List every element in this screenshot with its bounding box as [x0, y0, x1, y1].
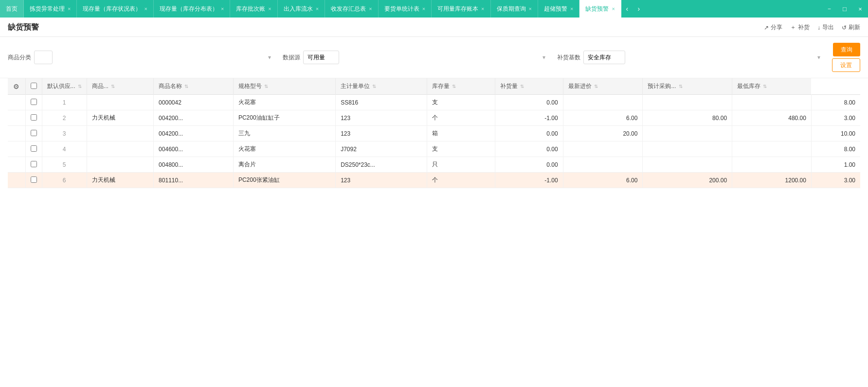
window-maximize-btn[interactable]: □	[837, 5, 852, 13]
table-row[interactable]: 3 004200... 三九 123 箱 0.00 20.00 10.00	[8, 126, 860, 141]
row-stock-6: -1.00	[495, 173, 563, 188]
datasource-select[interactable]: 可用量 库存量	[303, 51, 339, 64]
select-all-checkbox[interactable]	[31, 83, 37, 89]
row-settings-cell	[8, 126, 25, 141]
refresh-button[interactable]: ↺ 刷新	[842, 23, 860, 32]
replenish-button[interactable]: ＋ 补货	[790, 23, 810, 32]
export-button[interactable]: ↓ 导出	[817, 23, 834, 32]
tab-shortage[interactable]: 缺货预警 ×	[579, 0, 621, 18]
row-latest-price-3	[643, 126, 732, 141]
col-header-replenish: 补货量 ⇅	[495, 78, 563, 95]
sort-spec-icon[interactable]: ⇅	[264, 84, 268, 89]
tab-available[interactable]: 可用量库存账本 ×	[432, 0, 490, 18]
tab-inout[interactable]: 出入库流水 ×	[278, 0, 325, 18]
window-close-btn[interactable]: ×	[852, 5, 868, 13]
tab-next-btn[interactable]: ›	[633, 0, 645, 18]
table-row[interactable]: 6 力天机械 801110... PC200张紧油缸 123 个 -1.00 6…	[8, 173, 860, 188]
row-estimated-4	[732, 141, 812, 157]
row-stock-2: -1.00	[495, 110, 563, 126]
sort-unit-icon[interactable]: ⇅	[372, 84, 376, 89]
row-num-6: 6	[42, 173, 87, 188]
row-supplier-4	[87, 141, 153, 157]
sort-goods-name-icon[interactable]: ⇅	[184, 84, 188, 89]
refresh-icon: ↺	[842, 24, 847, 31]
tab-stock-dist[interactable]: 现存量（库存分布表） ×	[154, 0, 230, 18]
col-header-estimated: 预计采购... ⇅	[643, 78, 732, 95]
sort-replenish-icon[interactable]: ⇅	[520, 84, 524, 89]
tab-close-abnormal[interactable]: ×	[68, 6, 71, 12]
tab-abnormal[interactable]: 拣货异常处理 ×	[24, 0, 77, 18]
tab-close-batch[interactable]: ×	[268, 6, 271, 12]
table-row[interactable]: 4 004600... 火花塞 J7092 支 0.00 8.00	[8, 141, 860, 157]
row-check-cell	[25, 126, 42, 141]
row-min-stock-1: 8.00	[811, 95, 860, 110]
row-goods-name-1: 火花塞	[233, 95, 335, 110]
col-header-unit: 主计量单位 ⇅	[336, 78, 427, 95]
row-spec-6: 123	[336, 173, 427, 188]
row-goods-name-6: PC200张紧油缸	[233, 173, 335, 188]
tab-close-overstock[interactable]: ×	[570, 6, 573, 12]
row-min-stock-3: 10.00	[811, 126, 860, 141]
tab-prev-btn[interactable]: ‹	[621, 0, 633, 18]
tab-bar: 首页 拣货异常处理 × 现存量（库存状况表） × 现存量（库存分布表） × 库存…	[0, 0, 868, 18]
tab-expire[interactable]: 保质期查询 ×	[491, 0, 538, 18]
col-header-spec: 规格型号 ⇅	[233, 78, 335, 95]
tab-overstock[interactable]: 超储预警 ×	[538, 0, 579, 18]
tab-close-stock-status[interactable]: ×	[144, 6, 147, 12]
window-minimize-btn[interactable]: －	[821, 4, 837, 13]
table-row[interactable]: 2 力天机械 004200... PC200油缸缸子 123 个 -1.00 6…	[8, 110, 860, 126]
col-header-latest-price: 最新进价 ⇅	[563, 78, 643, 95]
tab-batch[interactable]: 库存批次账 ×	[230, 0, 277, 18]
row-checkbox-4[interactable]	[31, 145, 37, 152]
export-icon: ↓	[817, 24, 820, 31]
table-wrap: ⚙ 默认供应... ⇅ 商品... ⇅ 商品名称 ⇅	[0, 78, 868, 188]
row-unit-4: 支	[427, 141, 495, 157]
page-content: 缺货预警 ↗ 分享 ＋ 补货 ↓ 导出 ↺ 刷新 商品分类	[0, 18, 868, 387]
tab-close-expire[interactable]: ×	[529, 6, 532, 12]
row-unit-1: 支	[427, 95, 495, 110]
tab-close-stock-dist[interactable]: ×	[221, 6, 224, 12]
share-button[interactable]: ↗ 分享	[764, 23, 782, 32]
tab-close-inout[interactable]: ×	[316, 6, 319, 12]
tab-close-shortage[interactable]: ×	[612, 6, 615, 12]
row-latest-price-4	[643, 141, 732, 157]
sort-min-stock-icon[interactable]: ⇅	[763, 84, 767, 89]
row-min-stock-4: 8.00	[811, 141, 860, 157]
tab-collection[interactable]: 收发存汇总表 ×	[325, 0, 378, 18]
row-settings-cell	[8, 95, 25, 110]
col-header-goods-name: 商品名称 ⇅	[154, 78, 234, 95]
sort-estimated-icon[interactable]: ⇅	[679, 84, 683, 89]
row-unit-5: 只	[427, 157, 495, 173]
tab-stock-status[interactable]: 现存量（库存状况表） ×	[77, 0, 153, 18]
row-estimated-6: 1200.00	[732, 173, 812, 188]
tab-close-order-stat[interactable]: ×	[422, 6, 425, 12]
row-spec-3: 123	[336, 126, 427, 141]
sort-goods-code-icon[interactable]: ⇅	[111, 84, 115, 89]
table-row[interactable]: 1 0000042 火花塞 SS816 支 0.00 8.00	[8, 95, 860, 110]
tab-home[interactable]: 首页	[0, 0, 24, 18]
table-row[interactable]: 5 004800... 离合片 DS250*23c... 只 0.00 1.00	[8, 157, 860, 173]
column-settings-button[interactable]: ⚙	[13, 83, 19, 90]
row-checkbox-1[interactable]	[31, 99, 37, 105]
category-select[interactable]	[34, 51, 53, 64]
sort-supplier-icon[interactable]: ⇅	[78, 84, 82, 89]
sort-stock-icon[interactable]: ⇅	[452, 84, 456, 89]
sort-latest-price-icon[interactable]: ⇅	[594, 84, 598, 89]
row-checkbox-3[interactable]	[31, 130, 37, 136]
category-label: 商品分类	[8, 53, 31, 62]
row-settings-cell	[8, 141, 25, 157]
row-spec-4: J7092	[336, 141, 427, 157]
row-checkbox-5[interactable]	[31, 161, 37, 167]
row-estimated-5	[732, 157, 812, 173]
row-checkbox-6[interactable]	[31, 176, 37, 183]
datasource-select-wrap: 可用量 库存量	[303, 51, 550, 64]
tab-close-collection[interactable]: ×	[369, 6, 372, 12]
row-goods-name-3: 三九	[233, 126, 335, 141]
tab-order-stat[interactable]: 要货单统计表 ×	[379, 0, 432, 18]
query-button[interactable]: 查询	[833, 43, 860, 56]
tab-close-available[interactable]: ×	[481, 6, 484, 12]
setting-button[interactable]: 设置	[832, 58, 860, 72]
row-checkbox-2[interactable]	[31, 114, 37, 121]
replenish-base-select[interactable]: 安全库存 最低库存	[583, 51, 625, 64]
col-header-goods-code: 商品... ⇅	[87, 78, 153, 95]
